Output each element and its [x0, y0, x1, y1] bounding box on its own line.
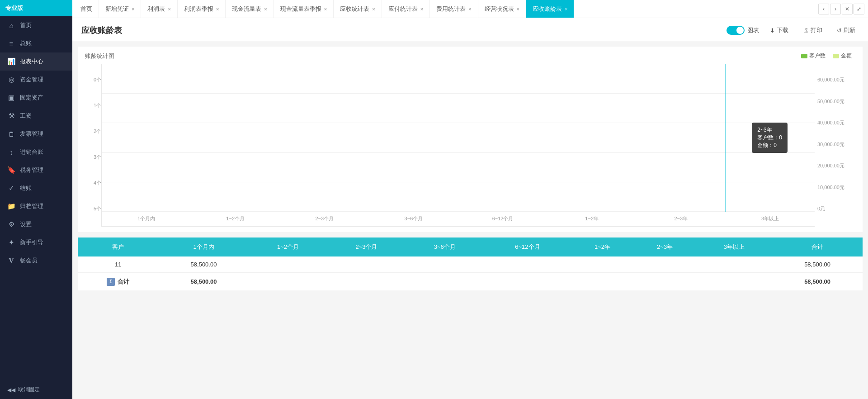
tab-nav-buttons: ‹ › ✕ ⤢ — [818, 4, 866, 14]
total-23month — [327, 273, 406, 291]
cell-12year — [571, 256, 633, 273]
tab-label: 新增凭证 — [105, 5, 129, 13]
table-row: 11 58,500.00 58,500.00 — [78, 256, 863, 273]
tab-payable-stats[interactable]: 应付统计表 × — [382, 0, 430, 18]
home-icon: ⌂ — [7, 22, 15, 29]
tab-close-active-icon[interactable]: × — [565, 6, 567, 12]
col-3plus: 3年以上 — [696, 238, 772, 256]
guide-icon: ✦ — [7, 238, 15, 247]
sidebar-pin-toggle[interactable]: ◀◀ 取消固定 — [0, 380, 72, 399]
tab-label: 应收账龄表 — [533, 5, 562, 13]
content-area: 应收账龄表 图表 ⬇ 下载 🖨 打印 ↺ 刷新 — [72, 18, 868, 399]
tab-receivable-aging[interactable]: 应收账龄表 × — [526, 0, 574, 18]
tab-prev-button[interactable]: ‹ — [818, 4, 829, 14]
tab-expand-button[interactable]: ⤢ — [854, 4, 864, 14]
col-12month: 1~2个月 — [249, 238, 327, 256]
sidebar-item-label: 首页 — [20, 21, 32, 29]
capital-icon: ◎ — [7, 76, 15, 84]
table-header-row: 客户 1个月内 1~2个月 2~3个月 3~6个月 6~12个月 1~2年 2~… — [78, 238, 863, 256]
col-total: 合计 — [772, 238, 863, 256]
sidebar-item-label: 归档管理 — [20, 202, 43, 210]
tab-new-voucher[interactable]: 新增凭证 × — [99, 0, 141, 18]
x-label-12month: 1~2个月 — [191, 212, 280, 226]
tab-profit[interactable]: 利润表 × — [141, 0, 177, 18]
tab-close-icon[interactable]: × — [264, 6, 267, 12]
refresh-button[interactable]: ↺ 刷新 — [833, 24, 859, 36]
total-612month — [484, 273, 571, 291]
tab-business-status[interactable]: 经营状况表 × — [478, 0, 526, 18]
tab-label: 现金流量表 — [232, 5, 261, 13]
tab-label: 现金流量表季报 — [280, 5, 321, 13]
tab-home[interactable]: 首页 — [74, 0, 99, 18]
sidebar-item-settings[interactable]: ⚙ 设置 — [0, 215, 72, 233]
tab-label: 首页 — [80, 5, 92, 13]
legend-customer-count: 客户数 — [801, 52, 826, 60]
tab-close-icon[interactable]: × — [517, 6, 519, 12]
sidebar-item-capital[interactable]: ◎ 资金管理 — [0, 71, 72, 89]
tab-close-icon[interactable]: × — [132, 6, 134, 12]
sidebar-item-tax[interactable]: 🔖 税务管理 — [0, 161, 72, 179]
tab-cashflow-quarter[interactable]: 现金流量表季报 × — [274, 0, 334, 18]
tax-icon: 🔖 — [7, 166, 15, 174]
tab-expense-stats[interactable]: 费用统计表 × — [430, 0, 478, 18]
print-button[interactable]: 🖨 打印 — [799, 24, 826, 36]
app-logo: 专业版 — [0, 0, 72, 16]
sidebar-item-reports[interactable]: 📊 报表中心 — [0, 52, 72, 71]
legend-green-dot — [801, 54, 807, 58]
archive-icon: 📁 — [7, 202, 15, 210]
chart-toggle[interactable] — [726, 26, 745, 35]
sidebar-item-closing[interactable]: ✓ 结账 — [0, 179, 72, 197]
tab-close-all-button[interactable]: ✕ — [842, 4, 853, 14]
sidebar-item-assets[interactable]: ▣ 固定资产 — [0, 89, 72, 107]
legend-light-dot — [833, 54, 839, 58]
sidebar-item-label: 畅会员 — [20, 256, 38, 265]
header-actions: 图表 ⬇ 下载 🖨 打印 ↺ 刷新 — [726, 24, 859, 36]
chart-inner: 2~3年 客户数：0 金额：0 1个月内 1~2个月 2~3个月 3~6个月 6… — [101, 64, 815, 227]
sidebar-item-ledger[interactable]: ≡ 总账 — [0, 34, 72, 52]
tab-close-icon[interactable]: × — [168, 6, 170, 12]
tab-close-icon[interactable]: × — [468, 6, 471, 12]
vip-icon: V — [7, 257, 15, 265]
sidebar-item-home[interactable]: ⌂ 首页 — [0, 16, 72, 34]
total-36month — [406, 273, 484, 291]
tab-label: 经营状况表 — [485, 5, 514, 13]
sidebar-item-guide[interactable]: ✦ 新手引导 — [0, 233, 72, 252]
tab-profit-quarter[interactable]: 利润表季报 × — [178, 0, 226, 18]
sidebar-item-label: 税务管理 — [20, 166, 43, 174]
tab-close-icon[interactable]: × — [324, 6, 327, 12]
x-label-36month: 3~6个月 — [369, 212, 458, 226]
tab-bar: 首页 新增凭证 × 利润表 × 利润表季报 × 现金流量表 × 现金流量表季报 … — [72, 0, 868, 18]
legend-amount: 金额 — [833, 52, 852, 60]
tab-next-button[interactable]: › — [830, 4, 841, 14]
cell-3plus — [696, 256, 772, 273]
sidebar-item-label: 新手引导 — [20, 238, 43, 247]
tab-receivable-stats[interactable]: 应收统计表 × — [334, 0, 382, 18]
assets-icon: ▣ — [7, 94, 15, 102]
cell-23month — [327, 256, 406, 273]
sidebar-item-label: 报表中心 — [20, 57, 43, 66]
total-total: 58,500.00 — [772, 273, 863, 291]
settings-icon: ⚙ — [7, 220, 15, 228]
tab-cashflow[interactable]: 现金流量表 × — [226, 0, 274, 18]
download-button[interactable]: ⬇ 下载 — [766, 24, 792, 36]
tab-close-icon[interactable]: × — [372, 6, 375, 12]
sidebar-item-archive[interactable]: 📁 归档管理 — [0, 197, 72, 215]
ledger-icon: ≡ — [7, 40, 15, 48]
total-label: Σ 合计 — [78, 273, 159, 290]
sidebar-item-invoice[interactable]: 🗒 发票管理 — [0, 125, 72, 143]
main-area: 首页 新增凭证 × 利润表 × 利润表季报 × 现金流量表 × 现金流量表季报 … — [72, 0, 868, 399]
x-label-23year: 2~3年 — [637, 212, 726, 226]
x-label-3plus: 3年以上 — [726, 212, 815, 226]
sidebar-item-label: 进销台账 — [20, 148, 43, 156]
sidebar-item-vip[interactable]: V 畅会员 — [0, 252, 72, 270]
tab-close-icon[interactable]: × — [216, 6, 219, 12]
tab-close-icon[interactable]: × — [420, 6, 423, 12]
pin-icon: ◀◀ — [7, 387, 15, 393]
sidebar-item-sales[interactable]: ↕ 进销台账 — [0, 143, 72, 161]
sidebar-item-salary[interactable]: ⚒ 工资 — [0, 107, 72, 125]
tab-label: 应收统计表 — [340, 5, 369, 13]
cell-total: 58,500.00 — [772, 256, 863, 273]
total-23year — [634, 273, 696, 291]
cell-12month — [249, 256, 327, 273]
chart-toggle-label: 图表 — [747, 26, 759, 34]
